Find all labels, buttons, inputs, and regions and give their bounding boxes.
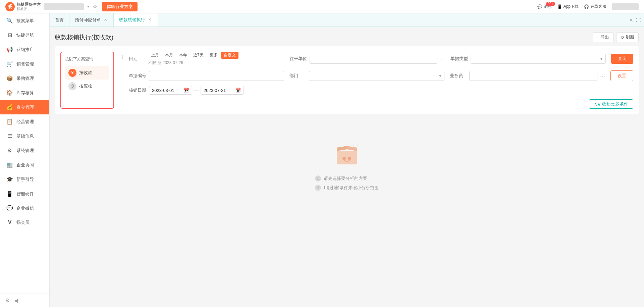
sidebar-item-wechat-label: 企业微信 (16, 205, 34, 211)
tab-bar-actions: ✕ ⛶ (626, 13, 644, 27)
date-tab-lastmonth[interactable]: 上月 (148, 52, 162, 59)
top-bar-right: 💬 消息 99+ 📱 App下载 🎧 在线客服 (537, 3, 639, 10)
sidebar-item-enterprise-label: 企业协同 (16, 162, 34, 168)
guide-icon: 🎓 (6, 176, 13, 183)
date-tab-7days[interactable]: 近7天 (191, 52, 206, 59)
tab-receipt-verify-close[interactable]: ✕ (147, 17, 152, 22)
app-download-action[interactable]: 📱 App下载 (557, 4, 579, 9)
sidebar-item-inventory[interactable]: 🏠 库存核算 (0, 86, 49, 100)
sidebar-item-funds[interactable]: 💰 资金管理 (0, 100, 49, 114)
refresh-icon: ↺ (621, 35, 624, 40)
date-tab-thismonth[interactable]: 本月 (162, 52, 176, 59)
brand-tagline: 标准版 (17, 7, 41, 11)
query-button[interactable]: 查询 (611, 54, 633, 64)
workspace-dropdown-icon[interactable]: ▼ (87, 5, 90, 8)
sidebar-item-system-label: 系统管理 (16, 148, 34, 154)
empty-tip-2: 2 用[过滤]条件来缩小分析范围 (315, 185, 378, 191)
query-by-receipt[interactable]: ¥ 按收款 (65, 66, 109, 80)
salesman-input[interactable] (469, 71, 597, 81)
sidebar-item-hardware-label: 智能硬件 (16, 191, 34, 197)
sidebar-item-enterprise[interactable]: 🏢 企业协同 (0, 158, 49, 172)
sidebar-item-operations[interactable]: 📋 经营管理 (0, 114, 49, 129)
filter-section: 按以下方案查询 ¥ 按收款 ⏱ 按应收 《 (55, 46, 639, 114)
sidebar-collapse-icon[interactable]: ◀ (14, 297, 18, 304)
funds-icon: 💰 (6, 104, 13, 110)
sidebar-item-purchase-label: 采购管理 (16, 75, 34, 82)
sidebar-item-marketing-label: 营销推广 (16, 47, 34, 53)
query-type-title: 按以下方案查询 (65, 56, 109, 62)
sidebar-item-search-label: 搜索菜单 (16, 18, 34, 24)
solution-button[interactable]: 体验行业方案 (102, 2, 138, 11)
online-service-action[interactable]: 🎧 在线客服 (584, 4, 606, 9)
sidebar-item-hardware[interactable]: 📱 智能硬件 (0, 187, 49, 201)
tab-prepay[interactable]: 预付冲应付单 ✕ (69, 13, 114, 27)
tab-prepay-label: 预付冲应付单 (75, 17, 101, 23)
quicknav-icon: ⊞ (6, 32, 13, 38)
date-start-calendar-icon[interactable]: 📅 (183, 88, 189, 93)
sidebar-item-basicinfo[interactable]: ☰ 基础信息 (0, 129, 49, 143)
department-field: 部门 (289, 71, 445, 81)
sidebar-item-system[interactable]: ⚙ 系统管理 (0, 143, 49, 158)
query-by-receivable[interactable]: ⏱ 按应收 (65, 80, 109, 93)
enterprise-icon: 🏢 (6, 162, 13, 168)
empty-illustration (330, 141, 364, 168)
empty-state: 1 请先选择要分析的方案 2 用[过滤]条件来缩小分析范围 (55, 114, 639, 218)
page-content: 收款核销执行(按收款) ↑ 导出 ↺ 刷新 按以下方案查询 (50, 27, 644, 307)
sidebar-item-guide[interactable]: 🎓 新手引导 (0, 172, 49, 187)
counterpart-input[interactable] (310, 54, 437, 64)
message-action[interactable]: 💬 消息 99+ (537, 4, 552, 9)
sidebar-item-member[interactable]: V 畅会员 (0, 215, 49, 229)
sidebar-item-quicknav[interactable]: ⊞ 快捷导航 (0, 28, 49, 42)
date-start-input[interactable] (152, 88, 182, 93)
export-button[interactable]: ↑ 导出 (593, 32, 614, 42)
date-end-input[interactable] (204, 88, 234, 93)
panel-collapse-button[interactable]: 《 (118, 54, 125, 60)
collapse-more-button[interactable]: ∧∧ 收起更多条件 (589, 99, 633, 109)
bill-type-field: 单据类型 (450, 54, 606, 64)
tab-receipt-verify[interactable]: 收款核销执行 ✕ (114, 13, 158, 27)
sidebar-item-search[interactable]: 🔍 搜索菜单 (0, 13, 49, 28)
settings-icon[interactable]: ⚙ (93, 3, 99, 10)
date-range-separator: — (194, 88, 199, 93)
tab-home[interactable]: 首页 (50, 13, 69, 27)
brand-name: 畅捷通好生意 (17, 2, 41, 7)
tab-expand-icon[interactable]: ⛶ (636, 17, 641, 23)
page-header: 收款核销执行(按收款) ↑ 导出 ↺ 刷新 (55, 32, 639, 42)
refresh-button[interactable]: ↺ 刷新 (616, 32, 639, 42)
date-end-calendar-icon[interactable]: 📅 (235, 88, 241, 93)
svg-point-3 (342, 157, 346, 160)
date-tabs: 上月 本月 本年 近7天 更多 自定义 (148, 52, 238, 59)
top-bar-left: 畅 畅捷通好生意 标准版 ▼ ⚙ 体验行业方案 (5, 2, 534, 11)
message-badge: 99+ (546, 2, 555, 6)
sidebar-item-purchase[interactable]: 📦 采购管理 (0, 71, 49, 86)
bill-no-input[interactable] (149, 71, 284, 81)
salesman-more-icon[interactable]: ··· (600, 73, 605, 79)
filter-row-1: 日期 上月 本月 本年 近7天 更多 自定义 不限 至 (129, 52, 633, 66)
counterpart-more-icon[interactable]: ··· (440, 56, 445, 62)
date-no-limit: 不限 至 2023-07-26 (148, 60, 238, 66)
query-by-receipt-label: 按收款 (79, 70, 92, 76)
sidebar-item-sales-label: 销售管理 (16, 61, 34, 67)
empty-icon-container (330, 141, 364, 169)
date-range: 📅 — 📅 (149, 86, 244, 95)
receivable-icon: ⏱ (68, 82, 76, 90)
tab-close-all-icon[interactable]: ✕ (629, 17, 633, 23)
settings-button[interactable]: 设置 (610, 70, 633, 81)
sidebar-item-basicinfo-label: 基础信息 (16, 133, 34, 139)
search-icon: 🔍 (6, 17, 13, 24)
filter-right: 日期 上月 本月 本年 近7天 更多 自定义 不限 至 (129, 52, 633, 109)
tab-prepay-close[interactable]: ✕ (103, 17, 108, 22)
date-tab-thisyear[interactable]: 本年 (176, 52, 190, 59)
sidebar-item-wechat[interactable]: 💬 企业微信 (0, 201, 49, 215)
department-select[interactable] (309, 71, 445, 81)
date-tab-more[interactable]: 更多 (207, 52, 220, 59)
sidebar-item-sales[interactable]: 🛒 销售管理 (0, 57, 49, 71)
bill-type-select[interactable] (471, 54, 606, 64)
sidebar-item-marketing[interactable]: 📢 营销推广 (0, 42, 49, 57)
date-tab-custom[interactable]: 自定义 (221, 52, 238, 59)
app-download-label: App下载 (564, 4, 579, 9)
user-info (612, 3, 639, 10)
bill-no-label: 单据编号 (129, 73, 146, 79)
page-header-actions: ↑ 导出 ↺ 刷新 (593, 32, 639, 42)
sidebar-settings-icon[interactable]: ⚙ (5, 297, 10, 304)
